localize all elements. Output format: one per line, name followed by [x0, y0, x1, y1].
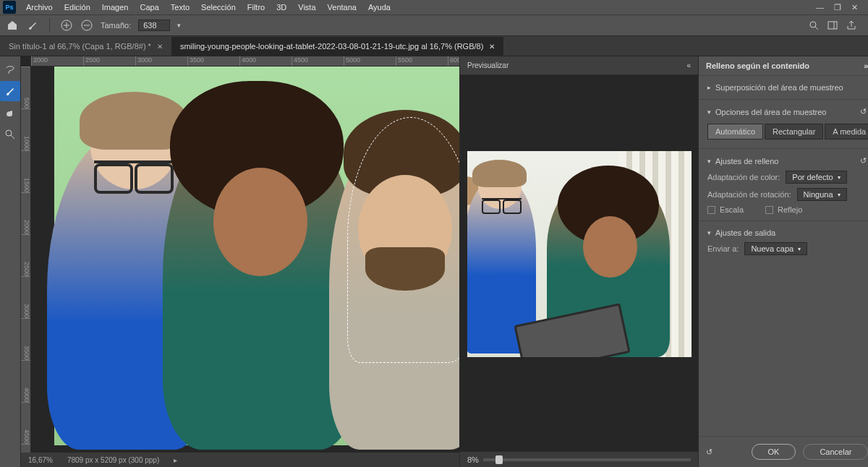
menu-ventana[interactable]: Ventana: [322, 3, 362, 12]
output-to-dropdown[interactable]: Nueva capa▾: [744, 242, 807, 255]
workspace-icon[interactable]: [827, 20, 838, 30]
menu-3d[interactable]: 3D: [271, 3, 292, 12]
collapse-icon[interactable]: «: [686, 61, 691, 69]
section-sample-options[interactable]: ▾ Opciones del área de muestreo ↺: [707, 104, 867, 119]
menu-archivo[interactable]: Archivo: [20, 3, 59, 12]
menu-filtro[interactable]: Filtro: [242, 3, 271, 12]
lasso-tool[interactable]: [0, 59, 20, 80]
chevron-down-icon: ▾: [838, 192, 841, 198]
preview-body[interactable]: [460, 75, 698, 451]
status-bar: 16,67% 7809 px x 5209 px (300 ppp) ▸: [21, 453, 459, 467]
mirror-checkbox[interactable]: [765, 206, 773, 214]
preview-image: [467, 151, 692, 357]
rotation-adapt-dropdown[interactable]: Ninguna▾: [797, 188, 847, 201]
tab-smiling-young-people[interactable]: smiling-young-people-looking-at-tablet-2…: [171, 37, 503, 56]
minimize-icon[interactable]: ―: [816, 3, 824, 12]
person-right: [329, 124, 459, 450]
restore-icon[interactable]: ❐: [834, 3, 841, 12]
section-output[interactable]: ▾ Ajustes de salida: [707, 226, 867, 240]
ruler-horizontal: 2000250030003500400045005000550060006500…: [31, 56, 459, 67]
color-adapt-dropdown[interactable]: Por defecto▾: [786, 171, 846, 184]
tab-label: Sin título-1 al 66,7% (Capa 1, RGB/8#) *: [9, 42, 151, 51]
ok-button[interactable]: OK: [752, 444, 796, 460]
chevron-right-icon[interactable]: ▸: [174, 456, 177, 464]
document-dimensions: 7809 px x 5209 px (300 ppp): [67, 456, 159, 464]
cancel-button[interactable]: Cancelar: [803, 444, 868, 460]
scale-checkbox[interactable]: [707, 206, 715, 214]
brush-tool[interactable]: [0, 81, 20, 101]
panel-title: Relleno según el contenido: [706, 61, 809, 70]
ruler-vertical: 500100015002000250030003500400045005000: [21, 67, 31, 453]
preview-panel: Previsualizar « 8%: [459, 56, 698, 467]
close-icon[interactable]: ✕: [851, 3, 858, 12]
tab-untitled-1[interactable]: Sin título-1 al 66,7% (Capa 1, RGB/8#) *…: [0, 37, 171, 56]
chevron-down-icon: ▾: [707, 158, 711, 165]
menu-capa[interactable]: Capa: [134, 3, 164, 12]
canvas[interactable]: [31, 67, 459, 453]
menu-texto[interactable]: Texto: [165, 3, 195, 12]
mode-rect-button[interactable]: Rectangular: [765, 124, 823, 140]
color-adapt-label: Adaptación de color:: [707, 173, 780, 181]
preview-zoom-label: 8%: [467, 455, 479, 464]
chevron-down-icon: ▾: [707, 229, 711, 236]
menu-ayuda[interactable]: Ayuda: [362, 3, 396, 12]
output-to-label: Enviar a:: [707, 244, 739, 253]
svg-point-2: [810, 22, 816, 27]
preview-zoom-slider[interactable]: 8%: [460, 451, 698, 467]
document-tabbar: Sin título-1 al 66,7% (Capa 1, RGB/8#) *…: [0, 36, 868, 56]
mirror-label: Reflejo: [778, 205, 802, 214]
section-overlay[interactable]: ▸ Superposición del área de muestreo: [707, 80, 867, 95]
chevron-down-icon: ▾: [707, 108, 711, 116]
tab-close-icon[interactable]: ✕: [489, 43, 495, 51]
tab-close-icon[interactable]: ✕: [157, 43, 163, 51]
slider-thumb[interactable]: [495, 455, 503, 464]
add-subtract-plus-icon[interactable]: [60, 19, 73, 32]
home-icon[interactable]: [6, 19, 19, 32]
options-bar: Tamaño: ▾: [0, 14, 868, 36]
hand-tool[interactable]: [0, 103, 20, 123]
brush-tool-icon[interactable]: [26, 19, 39, 32]
chevron-down-icon: ▾: [838, 174, 841, 181]
add-subtract-minus-icon[interactable]: [80, 19, 93, 32]
zoom-readout[interactable]: 16,67%: [28, 456, 53, 464]
size-label: Tamaño:: [101, 21, 131, 30]
chevron-right-icon: ▸: [707, 84, 711, 91]
dropdown-caret-icon[interactable]: ▾: [177, 22, 181, 29]
preview-title: Previsualizar: [467, 61, 509, 69]
mode-custom-button[interactable]: A medida: [825, 124, 868, 140]
document-image: [54, 67, 459, 445]
sample-mode-segment: Automático Rectangular A medida: [707, 124, 867, 140]
left-toolbar: [0, 56, 21, 467]
reset-icon[interactable]: ↺: [860, 156, 867, 166]
menu-edicion[interactable]: Edición: [59, 3, 96, 12]
menu-vista[interactable]: Vista: [292, 3, 321, 12]
reset-icon[interactable]: ↺: [860, 107, 867, 116]
size-input[interactable]: [138, 20, 170, 31]
rotation-adapt-label: Adaptación de rotación:: [707, 190, 791, 199]
section-fill-settings[interactable]: ▾ Ajustes de relleno ↺: [707, 153, 867, 168]
menu-imagen[interactable]: Imagen: [96, 3, 135, 12]
zoom-tool[interactable]: [0, 124, 20, 145]
chevron-down-icon: ▾: [798, 246, 801, 252]
scale-label: Escala: [720, 205, 744, 214]
menu-seleccion[interactable]: Selección: [195, 3, 242, 12]
content-aware-fill-panel: Relleno según el contenido » ▸ Superposi…: [698, 56, 868, 467]
search-icon[interactable]: [809, 20, 819, 30]
collapse-icon[interactable]: »: [864, 61, 868, 70]
svg-rect-3: [828, 22, 837, 29]
mode-auto-button[interactable]: Automático: [707, 124, 763, 140]
tab-label: smiling-young-people-looking-at-tablet-2…: [180, 42, 483, 51]
reset-all-icon[interactable]: ↺: [706, 447, 712, 457]
menubar: Ps Archivo Edición Imagen Capa Texto Sel…: [0, 0, 868, 14]
ps-logo: Ps: [3, 1, 16, 14]
svg-point-4: [6, 130, 12, 136]
share-icon[interactable]: [846, 20, 856, 30]
canvas-area: 2000250030003500400045005000550060006500…: [21, 56, 459, 467]
